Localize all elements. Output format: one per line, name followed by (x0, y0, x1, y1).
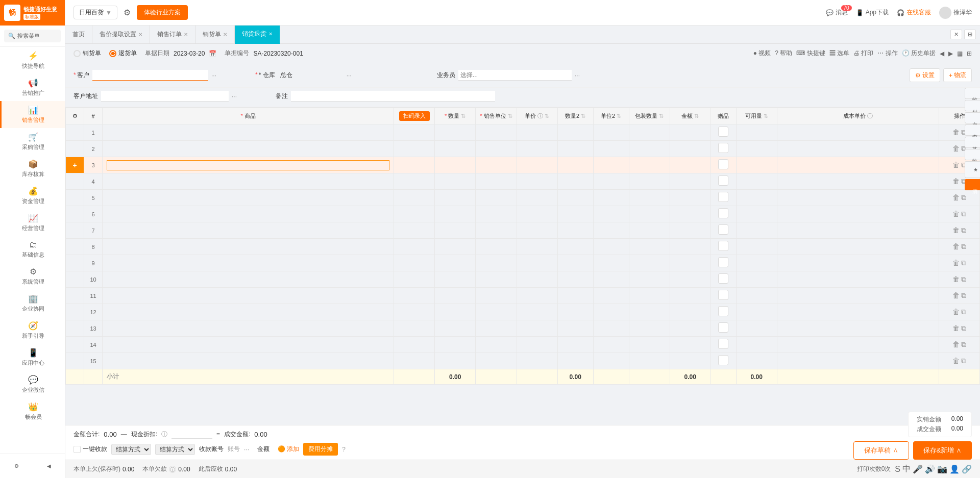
row-amount-cell[interactable] (670, 173, 710, 190)
gift-checkbox[interactable] (718, 290, 728, 300)
row-qty-cell[interactable] (435, 337, 476, 353)
row-copy-btn[interactable]: ⧉ (961, 324, 966, 333)
row-pkg-cell[interactable] (629, 190, 670, 206)
row-delete-btn[interactable]: 🗑 (952, 161, 960, 169)
row-qty-cell[interactable] (435, 157, 476, 173)
col-gear[interactable]: ⚙ (66, 108, 84, 124)
gift-checkbox[interactable] (718, 159, 728, 169)
row-pkg-cell[interactable] (629, 141, 670, 157)
row-product-cell[interactable] (103, 141, 394, 157)
row-amount-cell[interactable] (670, 320, 710, 337)
row-copy-btn[interactable]: ⧉ (961, 242, 966, 251)
expand-tab-button[interactable]: ⊞ (964, 30, 976, 39)
row-unit-cell[interactable] (476, 255, 517, 271)
one-click-payment-checkbox[interactable]: 一键收款 (74, 445, 107, 454)
row-unit2-cell[interactable] (593, 124, 629, 141)
row-unit2-cell[interactable] (593, 190, 629, 206)
row-qty-cell[interactable] (435, 271, 476, 288)
row-available-cell[interactable] (736, 288, 777, 304)
row-available-cell[interactable] (736, 320, 777, 337)
zh-icon-btn[interactable]: 中 (902, 464, 911, 474)
row-gift-cell[interactable] (710, 304, 736, 320)
row-price-cell[interactable] (517, 222, 557, 239)
row-available-cell[interactable] (736, 222, 777, 239)
radio-return[interactable]: 退货单 (109, 49, 137, 58)
sidebar-item-enterprise[interactable]: 🏢 企业协同 (0, 290, 65, 317)
row-delete-btn[interactable]: 🗑 (952, 340, 960, 348)
row-available-cell[interactable] (736, 337, 777, 353)
gift-checkbox[interactable] (718, 257, 728, 267)
qty2-sort-icon[interactable]: ⇅ (581, 113, 585, 119)
row-pkg-cell[interactable] (629, 304, 670, 320)
row-qty-cell[interactable] (435, 124, 476, 141)
row-unit-cell[interactable] (476, 222, 517, 239)
row-product-cell[interactable] (103, 320, 394, 337)
row-product-cell[interactable] (103, 353, 394, 369)
tab-sales-return-close[interactable]: ✕ (268, 31, 273, 37)
shortcut-btn[interactable]: ⌨ 快捷键 (796, 49, 825, 58)
row-cost-cell[interactable] (777, 337, 939, 353)
row-qty2-cell[interactable] (557, 239, 593, 255)
row-qty2-cell[interactable] (557, 173, 593, 190)
row-pkg-cell[interactable] (629, 353, 670, 369)
row-qty2-cell[interactable] (557, 141, 593, 157)
row-amount-cell[interactable] (670, 222, 710, 239)
row-cost-cell[interactable] (777, 222, 939, 239)
row-delete-btn[interactable]: 🗑 (952, 226, 960, 234)
message-button[interactable]: 💬 消息 70 (826, 8, 848, 17)
row-copy-btn[interactable]: ⧉ (961, 291, 966, 300)
gift-checkbox[interactable] (718, 175, 728, 186)
row-pkg-cell[interactable] (629, 124, 670, 141)
row-unit-cell[interactable] (476, 239, 517, 255)
gift-checkbox[interactable] (718, 208, 728, 218)
row-cost-cell[interactable] (777, 353, 939, 369)
row-price-cell[interactable] (517, 239, 557, 255)
row-cost-cell[interactable] (777, 239, 939, 255)
row-qty-cell[interactable] (435, 320, 476, 337)
row-qty2-cell[interactable] (557, 157, 593, 173)
right-btn-other[interactable]: 其 (965, 137, 980, 148)
person-icon-btn[interactable]: 👤 (949, 464, 960, 474)
row-price-cell[interactable] (517, 271, 557, 288)
tab-sales-delivery-close[interactable]: ✕ (223, 32, 227, 37)
row-unit2-cell[interactable] (593, 157, 629, 173)
row-gift-cell[interactable] (710, 271, 736, 288)
row-available-cell[interactable] (736, 190, 777, 206)
customer-dots-btn[interactable]: ··· (211, 72, 216, 79)
sidebar-item-wechat[interactable]: 💬 企业微信 (0, 371, 65, 398)
industry-selector[interactable]: 日用百货 ▼ (74, 6, 117, 19)
gift-checkbox[interactable] (718, 241, 728, 251)
row-unit-cell[interactable] (476, 320, 517, 337)
mic-icon-btn[interactable]: 🎤 (913, 464, 923, 474)
row-price-cell[interactable] (517, 320, 557, 337)
warehouse-dots-btn[interactable]: ··· (347, 72, 352, 79)
row-cost-cell[interactable] (777, 304, 939, 320)
save-new-button[interactable]: 保存&新增 ∧ (913, 441, 972, 460)
row-price-cell[interactable] (517, 124, 557, 141)
sidebar-item-operations[interactable]: 📈 经营管理 (0, 209, 65, 236)
row-pkg-cell[interactable] (629, 271, 670, 288)
row-available-cell[interactable] (736, 255, 777, 271)
row-unit-cell[interactable] (476, 141, 517, 157)
row-qty2-cell[interactable] (557, 304, 593, 320)
row-available-cell[interactable] (736, 239, 777, 255)
row-amount-cell[interactable] (670, 141, 710, 157)
tab-sales-return[interactable]: 销货退货 ✕ (235, 26, 280, 44)
row-amount-cell[interactable] (670, 337, 710, 353)
close-tab-button[interactable]: ✕ (950, 30, 962, 39)
gift-checkbox[interactable] (718, 339, 728, 349)
history-btn[interactable]: 🕐 历史单据 (902, 49, 936, 58)
row-available-cell[interactable] (736, 271, 777, 288)
add-logistics-btn[interactable]: + 物流 (943, 68, 972, 82)
row-cost-cell[interactable] (777, 173, 939, 190)
sidebar-item-basic-info[interactable]: 🗂 基础信息 (0, 236, 65, 263)
row-qty-cell[interactable] (435, 239, 476, 255)
tab-sales-order-close[interactable]: ✕ (184, 32, 188, 37)
row-copy-btn[interactable]: ⧉ (961, 340, 966, 349)
row-unit-cell[interactable] (476, 157, 517, 173)
row-gift-cell[interactable] (710, 141, 736, 157)
cash-discount-info-icon[interactable]: ⓘ (161, 430, 167, 439)
row-qty2-cell[interactable] (557, 353, 593, 369)
connect-icon-btn[interactable]: 🔗 (962, 464, 972, 474)
row-delete-btn[interactable]: 🗑 (952, 259, 960, 267)
